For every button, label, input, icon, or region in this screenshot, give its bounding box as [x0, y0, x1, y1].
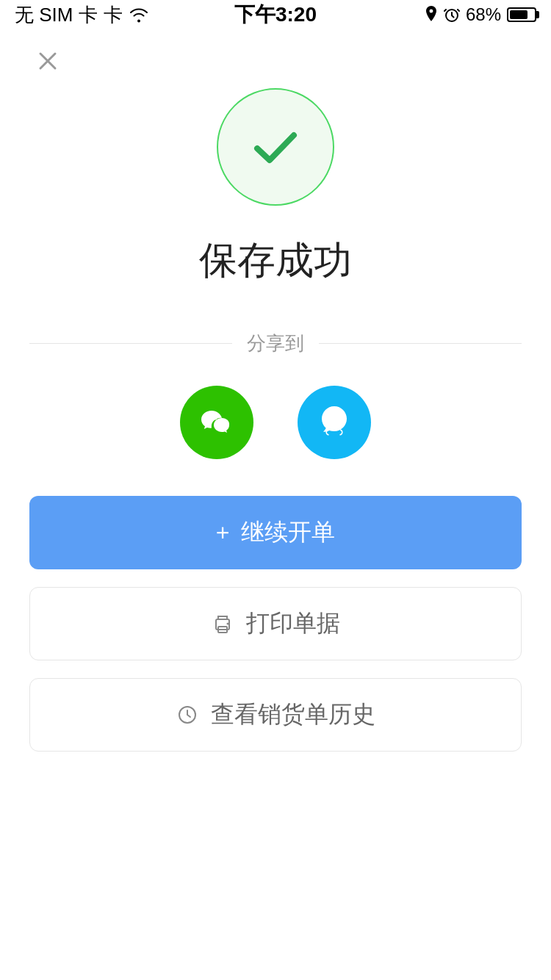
- printer-icon: [211, 612, 234, 635]
- status-bar: 无 SIM 卡 卡 下午3:20 68%: [0, 0, 551, 29]
- continue-button[interactable]: + 继续开单: [29, 496, 522, 569]
- share-icons: [29, 386, 522, 459]
- share-divider: 分享到: [29, 331, 522, 356]
- battery-percentage: 68%: [466, 4, 501, 25]
- success-title: 保存成功: [199, 235, 352, 287]
- close-button[interactable]: [29, 43, 66, 79]
- history-button[interactable]: 查看销货单历史: [29, 678, 522, 752]
- alarm-icon: [444, 7, 460, 23]
- status-left: 无 SIM 卡 卡: [15, 2, 149, 28]
- print-label: 打印单据: [246, 608, 340, 640]
- wechat-share-button[interactable]: [180, 386, 253, 459]
- sim-icon: 卡: [104, 2, 123, 28]
- qq-share-button[interactable]: [298, 386, 371, 459]
- actions-section: + 继续开单 打印单据 查看销货单历史: [0, 496, 551, 752]
- location-icon: [425, 6, 438, 24]
- plus-icon: +: [216, 519, 230, 547]
- svg-point-5: [217, 424, 220, 427]
- battery-icon: [507, 7, 536, 22]
- main-content: 保存成功 分享到: [0, 29, 551, 752]
- status-time: 下午3:20: [234, 1, 317, 29]
- divider-right: [319, 343, 522, 344]
- qq-icon: [314, 402, 355, 443]
- carrier-text: 无 SIM 卡: [15, 2, 98, 28]
- history-icon: [176, 703, 199, 727]
- status-right: 68%: [425, 4, 536, 25]
- checkmark-icon: [246, 118, 305, 176]
- share-section: 分享到: [0, 331, 551, 459]
- share-label: 分享到: [247, 331, 304, 356]
- success-icon-circle: [217, 88, 334, 206]
- continue-label: 继续开单: [241, 516, 335, 549]
- wechat-icon: [196, 402, 237, 443]
- svg-point-10: [227, 623, 229, 625]
- svg-point-6: [223, 424, 226, 427]
- print-button[interactable]: 打印单据: [29, 587, 522, 660]
- svg-point-3: [206, 417, 210, 420]
- svg-point-4: [214, 417, 217, 420]
- wifi-icon: [129, 7, 149, 23]
- history-label: 查看销货单历史: [211, 699, 375, 731]
- divider-left: [29, 343, 232, 344]
